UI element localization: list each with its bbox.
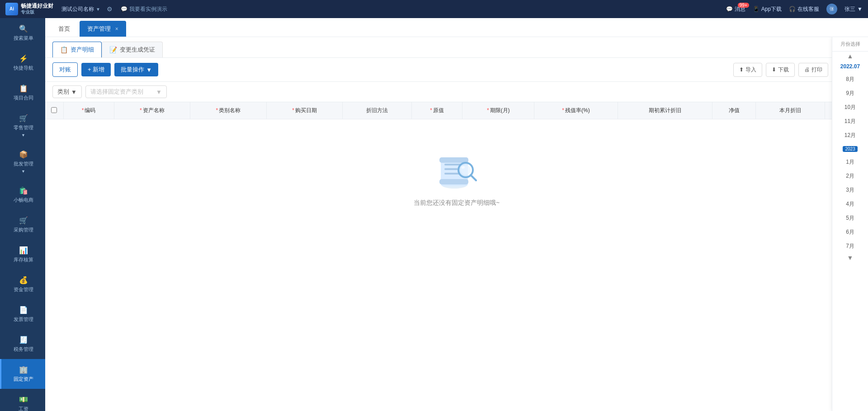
download-button[interactable]: ⬇ 下载 xyxy=(766,63,795,77)
inner-tab-detail[interactable]: 📋 资产明细 xyxy=(52,42,102,57)
page-content: 📋 资产明细 📝 变更生成凭证 对账 + 新增 批量操作 ▼ ⬆ xyxy=(45,37,868,411)
table-header-row: *编码 *资产名称 *类别名称 *购买日期 折旧方法 *原值 *期限(月) *残… xyxy=(45,102,868,119)
table-wrapper: *编码 *资产名称 *类别名称 *购买日期 折旧方法 *原值 *期限(月) *残… xyxy=(45,102,868,411)
month-panel-header: 月份选择 xyxy=(832,37,868,52)
add-button[interactable]: + 新增 xyxy=(81,63,111,76)
detail-tab-icon: 📋 xyxy=(60,46,68,53)
month-item-3[interactable]: 3月 xyxy=(832,183,868,197)
toolbar: 对账 + 新增 批量操作 ▼ ⬆ 导入 ⬇ 下载 🖨 xyxy=(45,58,868,82)
th-period: *期限(月) xyxy=(462,102,534,119)
month-item-10[interactable]: 10月 xyxy=(832,100,868,114)
month-item-12[interactable]: 12月 xyxy=(832,128,868,142)
current-year-label[interactable]: 2022.07 xyxy=(839,61,862,72)
category-type-select[interactable]: 类别 ▼ xyxy=(52,85,82,98)
app-download-button[interactable]: 📱 App下载 xyxy=(753,5,782,13)
sidebar-item-project[interactable]: 📋 项目合同 xyxy=(0,78,45,108)
messages-button[interactable]: 💬 消息 99+ xyxy=(726,5,745,13)
month-item-8[interactable]: 8月 xyxy=(832,72,868,86)
quicknav-icon: ⚡ xyxy=(19,54,28,63)
import-label: 导入 xyxy=(745,66,756,74)
reconcile-button[interactable]: 对账 xyxy=(52,62,78,77)
avatar[interactable]: 张 xyxy=(826,4,837,14)
retail-icon: 🛒 xyxy=(19,114,28,123)
sidebar-label-invoice: 发票管理 xyxy=(14,316,33,323)
month-item-5[interactable]: 5月 xyxy=(832,211,868,225)
month-nav-down-icon[interactable]: ▼ xyxy=(832,253,868,262)
month-nav-up-icon[interactable]: ▲ xyxy=(832,52,868,61)
sidebar-item-retail[interactable]: 🛒 零售管理 ▼ xyxy=(0,108,45,144)
sidebar-item-ecommerce[interactable]: 🛍️ 小畅电商 xyxy=(0,180,45,210)
project-icon: 📋 xyxy=(19,84,28,93)
import-button[interactable]: ⬆ 导入 xyxy=(733,63,762,77)
tab-assets-label: 资产管理 xyxy=(87,25,111,32)
content-area: 首页 资产管理 × 📋 资产明细 📝 变更生成凭证 xyxy=(45,18,868,411)
th-category: *类别名称 xyxy=(190,102,267,119)
print-button[interactable]: 🖨 打印 xyxy=(798,63,828,77)
tab-close-icon[interactable]: × xyxy=(115,26,118,32)
settings-icon[interactable]: ⚙ xyxy=(107,5,113,13)
app-download-label: App下载 xyxy=(761,5,782,13)
sidebar-label-retail: 零售管理 xyxy=(14,124,33,131)
sidebar-item-finance[interactable]: 💰 资金管理 xyxy=(0,269,45,299)
wholesale-expand-icon: ▼ xyxy=(21,169,25,174)
sidebar-item-assets[interactable]: 🏢 固定资产 xyxy=(0,359,45,389)
category-input[interactable]: 请选择固定资产类别 ▼ xyxy=(85,85,167,98)
sidebar-item-search[interactable]: 🔍 搜索菜单 xyxy=(0,18,45,48)
user-name[interactable]: 张三 ▼ xyxy=(844,5,863,13)
month-item-7[interactable]: 7月 xyxy=(832,239,868,253)
invoice-icon: 📄 xyxy=(19,306,28,314)
month-item-11[interactable]: 11月 xyxy=(832,114,868,128)
checkbox-column-header xyxy=(45,102,63,119)
th-residual-rate: *残值率(%) xyxy=(534,102,618,119)
tab-home-label: 首页 xyxy=(58,25,70,32)
inner-tab-voucher[interactable]: 📝 变更生成凭证 xyxy=(102,42,163,57)
voucher-tab-icon: 📝 xyxy=(109,46,117,53)
th-accumulated-depreciation: 期初累计折旧 xyxy=(618,102,712,119)
sidebar-item-inventory[interactable]: 📊 库存核算 xyxy=(0,240,45,269)
finance-icon: 💰 xyxy=(19,276,28,284)
sidebar-item-invoice[interactable]: 📄 发票管理 xyxy=(0,299,45,329)
sidebar-item-tax[interactable]: 🧾 税务管理 xyxy=(0,329,45,359)
print-label: 打印 xyxy=(811,66,822,74)
sidebar-label-tax: 税务管理 xyxy=(14,346,33,353)
tab-home[interactable]: 首页 xyxy=(51,21,78,37)
th-original-value: *原值 xyxy=(412,102,462,119)
demo-button[interactable]: 💬 我要看实例演示 xyxy=(121,5,167,13)
messages-badge: 99+ xyxy=(738,3,749,8)
sidebar-item-purchase[interactable]: 🛒 采购管理 xyxy=(0,210,45,240)
svg-rect-3 xyxy=(439,179,468,184)
month-item-1[interactable]: 1月 xyxy=(832,155,868,169)
svg-point-10 xyxy=(461,166,465,169)
top-bar-right: 💬 消息 99+ 📱 App下载 🎧 在线客服 张 张三 ▼ xyxy=(726,4,863,14)
download-icon: ⬇ xyxy=(772,66,776,73)
batch-button[interactable]: 批量操作 ▼ xyxy=(114,63,158,76)
month-panel: 月份选择 ▲ 2022.07 8月 9月 10月 11月 12月 2023 1月… xyxy=(832,37,868,411)
empty-state: 当前您还没有固定资产明细哦~ xyxy=(45,119,868,234)
year-badge-label: 2023 xyxy=(843,146,857,152)
month-nav: ▲ 2022.07 8月 9月 10月 11月 12月 2023 1月 2月 3… xyxy=(832,52,868,262)
company-chevron-icon: ▼ xyxy=(96,7,100,12)
tab-assets[interactable]: 资产管理 × xyxy=(80,21,126,37)
sidebar-item-wholesale[interactable]: 📦 批发管理 ▼ xyxy=(0,144,45,180)
select-all-checkbox[interactable] xyxy=(51,107,57,113)
headset-icon: 🎧 xyxy=(789,6,796,12)
month-item-6[interactable]: 6月 xyxy=(832,225,868,239)
sidebar-label-quicknav: 快捷导航 xyxy=(14,65,33,71)
filter-bar: 类别 ▼ 请选择固定资产类别 ▼ xyxy=(45,82,868,102)
inventory-icon: 📊 xyxy=(19,246,28,255)
assets-icon: 🏢 xyxy=(19,365,28,374)
company-selector[interactable]: 测试公司名称 ▼ xyxy=(61,5,100,13)
sidebar-label-finance: 资金管理 xyxy=(14,286,33,293)
batch-chevron-icon: ▼ xyxy=(146,66,152,73)
retail-expand-icon: ▼ xyxy=(21,133,25,137)
month-item-9[interactable]: 9月 xyxy=(832,86,868,100)
sidebar-item-salary[interactable]: 💵 工资 xyxy=(0,389,45,411)
online-service-button[interactable]: 🎧 在线客服 xyxy=(789,5,819,13)
month-item-4[interactable]: 4月 xyxy=(832,197,868,211)
sidebar-item-quicknav[interactable]: ⚡ 快捷导航 xyxy=(0,48,45,78)
svg-rect-2 xyxy=(439,157,468,163)
month-item-2[interactable]: 2月 xyxy=(832,169,868,183)
th-purchase-date: *购买日期 xyxy=(266,102,343,119)
ecommerce-icon: 🛍️ xyxy=(19,186,28,195)
category-input-chevron-icon: ▼ xyxy=(156,89,162,95)
